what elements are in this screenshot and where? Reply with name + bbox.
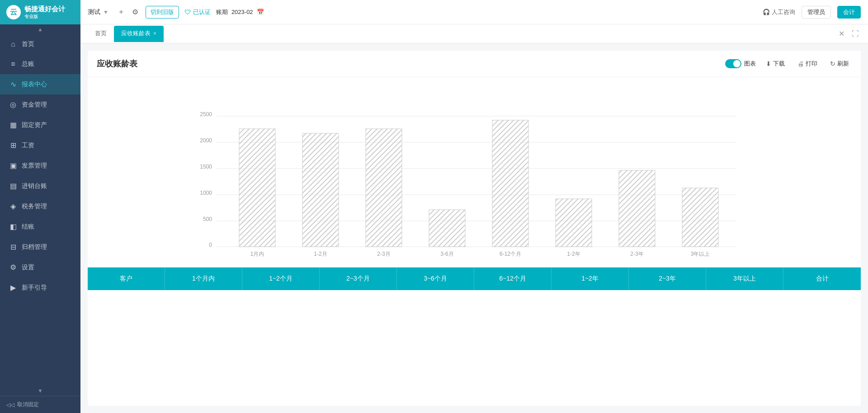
logo-sub: 专业版	[24, 14, 65, 20]
sidebar-item-tax[interactable]: ◈ 税务管理	[0, 196, 80, 216]
role-btn[interactable]: 会计	[837, 6, 861, 19]
nav-label-closing: 结账	[22, 223, 34, 231]
sidebar-logo: 云 畅捷通好会计 专业版	[0, 0, 80, 24]
table-header-cell: 6~12个月	[474, 268, 552, 290]
logo-title: 畅捷通好会计	[24, 5, 65, 14]
nav-icon-funds: ◎	[9, 100, 17, 109]
sidebar-item-guide[interactable]: ▶ 新手引导	[0, 277, 80, 298]
nav-label-assets: 固定资产	[22, 121, 47, 129]
topbar-actions: ＋ ⚙	[116, 5, 140, 19]
nav-label-archive: 归档管理	[22, 243, 47, 251]
table-header-cell: 1~2个月	[242, 268, 320, 290]
table-header-cell: 2~3个月	[320, 268, 397, 290]
svg-text:2-3年: 2-3年	[630, 251, 643, 257]
svg-text:500: 500	[203, 216, 212, 222]
table-area: 客户1个月内1~2个月2~3个月3~6个月6~12个月1~2年2~3年3年以上合…	[88, 267, 861, 290]
cancel-fixed-label: 取消固定	[17, 401, 39, 408]
settings-btn[interactable]: ⚙	[130, 6, 140, 18]
switch-version-btn[interactable]: 切到旧版	[146, 6, 179, 19]
tab-aging-label: 应收账龄表	[121, 29, 151, 38]
nav-icon-ledger: ≡	[9, 60, 17, 68]
sidebar-item-home[interactable]: ⌂ 首页	[0, 34, 80, 54]
help-btn[interactable]: 🎧 人工咨询	[763, 8, 795, 16]
sidebar-item-invoice[interactable]: ▣ 发票管理	[0, 155, 80, 176]
download-btn[interactable]: ⬇ 下载	[763, 58, 788, 70]
nav-icon-purchase: ▤	[9, 182, 17, 190]
svg-text:1000: 1000	[200, 190, 212, 196]
svg-text:2-3月: 2-3月	[377, 251, 390, 257]
tabs-bar: 首页 应收账龄表 × ✕ ⛶	[80, 24, 868, 43]
sidebar-item-salary[interactable]: ⊞ 工资	[0, 135, 80, 155]
nav-label-salary: 工资	[22, 141, 34, 150]
project-selector[interactable]: 测试 ▼	[88, 8, 108, 16]
cancel-fixed-btn[interactable]: ◁◁ 取消固定	[0, 396, 80, 413]
sidebar-item-closing[interactable]: ◧ 结账	[0, 216, 80, 237]
sidebar-item-funds[interactable]: ◎ 资金管理	[0, 94, 80, 115]
table-header-cell: 1个月内	[165, 268, 242, 290]
svg-text:2000: 2000	[200, 137, 212, 144]
bar-6[interactable]	[556, 199, 592, 247]
print-btn[interactable]: 🖨 打印	[795, 58, 820, 70]
add-btn[interactable]: ＋	[116, 5, 127, 19]
bar-3[interactable]	[366, 129, 402, 247]
tab-aging[interactable]: 应收账龄表 ×	[114, 26, 164, 42]
tab-home[interactable]: 首页	[88, 26, 114, 42]
period-value: 2023-02	[231, 9, 253, 15]
table-header-cell: 2~3年	[629, 268, 706, 290]
svg-text:1-2年: 1-2年	[567, 251, 580, 257]
chart-area: 0 500 1000 1500 2000 2500	[88, 77, 861, 267]
svg-text:6-12个月: 6-12个月	[500, 251, 521, 257]
verified-text: 已认证	[193, 8, 211, 16]
svg-text:3年以上: 3年以上	[691, 251, 710, 257]
sidebar-scroll-down[interactable]: ▼	[0, 386, 80, 396]
topbar-right: 🎧 人工咨询 管理员 会计	[763, 6, 861, 19]
bar-1[interactable]	[239, 129, 275, 247]
nav-label-reports: 报表中心	[22, 80, 47, 89]
nav-label-invoice: 发票管理	[22, 162, 47, 170]
table-header-cell: 客户	[88, 268, 165, 290]
bar-8[interactable]	[682, 188, 718, 247]
bar-2[interactable]	[302, 133, 339, 247]
sidebar-item-assets[interactable]: ▦ 固定资产	[0, 115, 80, 135]
nav-icon-home: ⌂	[9, 40, 17, 48]
sidebar-item-settings[interactable]: ⚙ 设置	[0, 257, 80, 277]
nav-icon-settings: ⚙	[9, 263, 17, 272]
bar-4[interactable]	[429, 210, 465, 247]
bar-7[interactable]	[619, 170, 655, 247]
print-label: 打印	[806, 60, 817, 68]
close-window-btn[interactable]: ✕	[837, 28, 846, 40]
download-label: 下载	[773, 60, 785, 68]
pin-icon: ◁◁	[6, 402, 14, 408]
content-area: 首页 应收账龄表 × ✕ ⛶ 应收账龄表 图表	[80, 24, 868, 413]
report-header: 应收账龄表 图表 ⬇ 下载 🖨 打印	[88, 51, 861, 77]
chart-label: 图表	[744, 60, 756, 68]
nav-icon-guide: ▶	[9, 283, 17, 292]
expand-window-btn[interactable]: ⛶	[850, 28, 861, 40]
calendar-icon[interactable]: 📅	[257, 9, 264, 15]
nav-label-purchase: 进销台账	[22, 182, 47, 190]
period-label: 账期	[216, 8, 228, 16]
print-icon: 🖨	[797, 60, 804, 67]
svg-text:3-6月: 3-6月	[440, 251, 453, 257]
svg-text:1-2月: 1-2月	[314, 251, 327, 257]
sidebar-item-ledger[interactable]: ≡ 总账	[0, 54, 80, 74]
bar-chart: 0 500 1000 1500 2000 2500	[97, 86, 852, 258]
chart-toggle[interactable]	[725, 59, 741, 68]
svg-text:2500: 2500	[200, 111, 212, 117]
sidebar-nav: ⌂ 首页 ≡ 总账 ∿ 报表中心 ◎ 资金管理 ▦ 固定资产 ⊞ 工资 ▣ 发票…	[0, 34, 80, 386]
tab-home-label: 首页	[95, 29, 107, 38]
dropdown-icon: ▼	[103, 9, 108, 15]
refresh-btn[interactable]: ↻ 刷新	[827, 58, 852, 70]
nav-label-settings: 设置	[22, 263, 34, 272]
user-btn[interactable]: 管理员	[802, 6, 831, 19]
help-text: 人工咨询	[772, 8, 795, 16]
bar-5[interactable]	[492, 120, 528, 247]
tab-close-icon[interactable]: ×	[153, 31, 156, 36]
sidebar-item-archive[interactable]: ⊟ 归档管理	[0, 237, 80, 257]
sidebar-item-purchase[interactable]: ▤ 进销台账	[0, 176, 80, 196]
sidebar-item-reports[interactable]: ∿ 报表中心	[0, 74, 80, 94]
sidebar-scroll-up[interactable]: ▲	[0, 24, 80, 34]
svg-text:1月内: 1月内	[250, 251, 264, 257]
nav-label-ledger: 总账	[22, 60, 34, 68]
nav-label-funds: 资金管理	[22, 101, 47, 109]
